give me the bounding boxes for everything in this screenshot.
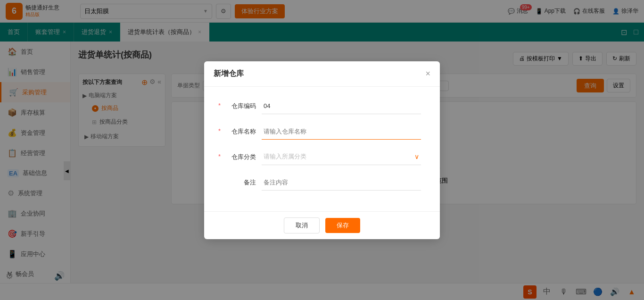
add-warehouse-dialog: 新增仓库 × 仓库编码 仓库名称 仓库分类 请输入所属分类 ∨ <box>204 61 440 239</box>
code-label: 仓库编码 <box>223 102 256 110</box>
form-row-category: 仓库分类 请输入所属分类 ∨ <box>223 149 421 165</box>
code-input[interactable] <box>262 98 421 114</box>
form-row-code: 仓库编码 <box>223 98 421 114</box>
form-row-name: 仓库名称 <box>223 124 421 140</box>
form-row-note: 备注 <box>223 175 421 191</box>
modal-overlay: 新增仓库 × 仓库编码 仓库名称 仓库分类 请输入所属分类 ∨ <box>0 0 644 300</box>
dialog-footer: 取消 保存 <box>204 211 440 239</box>
note-label: 备注 <box>223 178 256 187</box>
dialog-header: 新增仓库 × <box>204 61 440 87</box>
name-label: 仓库名称 <box>223 127 256 136</box>
cancel-button[interactable]: 取消 <box>284 217 320 233</box>
save-button[interactable]: 保存 <box>325 218 360 233</box>
dialog-title: 新增仓库 <box>214 69 244 79</box>
dialog-close-button[interactable]: × <box>425 69 430 79</box>
category-placeholder: 请输入所属分类 <box>264 152 306 161</box>
dialog-body: 仓库编码 仓库名称 仓库分类 请输入所属分类 ∨ 备注 <box>204 87 440 211</box>
category-dropdown-icon: ∨ <box>414 153 419 160</box>
category-label: 仓库分类 <box>223 153 256 161</box>
category-select[interactable]: 请输入所属分类 ∨ <box>262 149 421 165</box>
name-input[interactable] <box>262 124 421 140</box>
note-input[interactable] <box>262 175 421 191</box>
